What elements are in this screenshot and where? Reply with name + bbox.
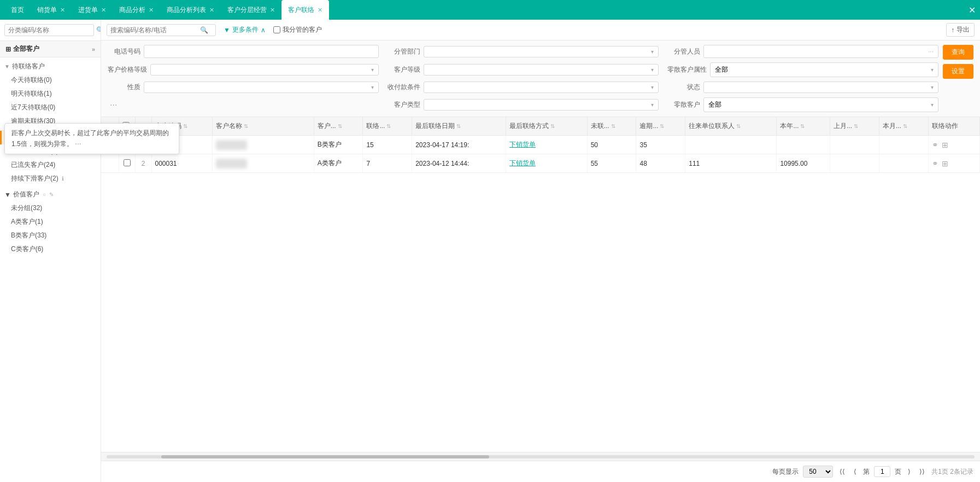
sort-icon-contact[interactable]: ⇅: [386, 123, 391, 129]
edit-pencil-icon[interactable]: ✎: [49, 191, 54, 198]
sort-icon-thisyear[interactable]: ⇅: [800, 123, 805, 129]
sidebar-item-ungroup[interactable]: 未分组(32): [0, 201, 101, 215]
row1-link-icon[interactable]: ⚭: [932, 141, 938, 149]
close-sales-tab[interactable]: ✕: [60, 0, 65, 20]
export-btn[interactable]: ↑ 导出: [946, 23, 975, 37]
status-select[interactable]: ▾: [703, 82, 938, 93]
sidebar-collapse-btn[interactable]: »: [92, 46, 95, 53]
col-contact-count[interactable]: 联络... ⇅: [363, 117, 412, 136]
my-customers-check[interactable]: [273, 26, 280, 33]
sort-icon-lastmethod[interactable]: ⇅: [550, 123, 555, 129]
table-row: 2 000031 A类客户 7 2023-04-12 14:44: 下销货单 5…: [101, 154, 980, 173]
close-customer-contact-tab[interactable]: ✕: [318, 0, 322, 20]
nav-purchase[interactable]: 进货单 ✕: [72, 0, 113, 20]
manager-input[interactable]: ···: [703, 45, 938, 58]
col-name[interactable]: 客户名称 ⇅: [212, 117, 314, 136]
sidebar-waiting-title[interactable]: ▼ 待联络客户: [0, 60, 101, 73]
row1-last-method[interactable]: 下销货单: [506, 136, 588, 154]
prev-page-btn[interactable]: ⟨: [852, 467, 859, 477]
info-icon-3[interactable]: ℹ: [62, 176, 64, 182]
sort-icon-type[interactable]: ⇅: [338, 123, 342, 129]
close-customer-segment-tab[interactable]: ✕: [270, 0, 275, 20]
row2-link-icon[interactable]: ⚭: [932, 159, 938, 168]
edit-icon[interactable]: ○: [43, 191, 46, 198]
row2-last-method[interactable]: 下销货单: [506, 154, 588, 173]
sort-icon-name[interactable]: ⇅: [244, 123, 248, 129]
scattered-attr-select[interactable]: 全部 ▾: [710, 62, 938, 77]
sidebar-item-today[interactable]: 今天待联络(0): [0, 73, 101, 87]
row1-last-method-link[interactable]: 下销货单: [509, 141, 536, 148]
price-level-select[interactable]: ▾: [150, 64, 379, 76]
sidebar-value-title[interactable]: ▼ 价值客户 ○ ✎: [0, 188, 101, 201]
nav-product-analysis[interactable]: 商品分析 ✕: [113, 0, 160, 20]
sidebar-item-7days[interactable]: 近7天待联络(0): [0, 101, 101, 114]
col-type[interactable]: 客户... ⇅: [314, 117, 363, 136]
close-product-analysis-list-tab[interactable]: ✕: [209, 0, 214, 20]
sidebar-item-class-b[interactable]: B类客户(33): [0, 229, 101, 242]
phone-input[interactable]: [144, 45, 379, 58]
sort-icon-unit[interactable]: ⇅: [736, 123, 741, 129]
scattered-attr-label: 零散客户属性: [667, 65, 707, 74]
sidebar-search-icon[interactable]: 🔍: [96, 26, 101, 34]
close-purchase-tab[interactable]: ✕: [101, 0, 106, 20]
sort-icon-lastdate[interactable]: ⇅: [456, 123, 461, 129]
sidebar-item-tomorrow[interactable]: 明天待联络(1): [0, 87, 101, 101]
filter-phone: 电话号码: [108, 45, 379, 58]
per-page-select[interactable]: 50 100: [803, 466, 833, 478]
sort-icon-code[interactable]: ⇅: [183, 123, 187, 129]
first-page-btn[interactable]: ⟨⟨: [837, 467, 847, 477]
sort-icon-uncontacted[interactable]: ⇅: [611, 123, 615, 129]
page-number-input[interactable]: [874, 466, 890, 477]
filter-icon: ▼: [224, 26, 230, 34]
row2-last-method-link[interactable]: 下销货单: [509, 159, 536, 167]
row4-dots[interactable]: ···: [108, 100, 119, 110]
scroll-thumb[interactable]: [161, 455, 489, 458]
sidebar-search-input[interactable]: [4, 24, 94, 36]
scattered-customer-select[interactable]: 全部 ▾: [703, 97, 938, 112]
col-this-month[interactable]: 本月... ⇅: [879, 117, 928, 136]
row2-grid-icon[interactable]: ⊞: [942, 159, 948, 168]
sort-icon-thismonth[interactable]: ⇅: [903, 123, 907, 129]
sidebar-item-churned[interactable]: 已流失客户(24): [0, 158, 101, 172]
nav-customer-segment[interactable]: 客户分层经营 ✕: [221, 0, 281, 20]
col-last-month[interactable]: 上月... ⇅: [830, 117, 879, 136]
sidebar-waiting-group: ▼ 待联络客户 今天待联络(0) 明天待联络(1) 近7天待联络(0) 逾期未联…: [0, 57, 101, 131]
nav-product-analysis-list[interactable]: 商品分析列表 ✕: [160, 0, 221, 20]
row2-check[interactable]: [124, 159, 131, 166]
sidebar-search-area: 🔍: [0, 20, 101, 41]
query-button[interactable]: 查询: [943, 45, 973, 60]
my-customers-checkbox[interactable]: 我分管的客户: [273, 25, 322, 34]
search-icon-main[interactable]: 🔍: [200, 26, 208, 34]
next-page-btn[interactable]: ⟩: [906, 467, 913, 477]
row1-grid-icon[interactable]: ⊞: [942, 141, 948, 149]
nav-customer-contact[interactable]: 客户联络 ✕: [281, 0, 329, 20]
nature-select[interactable]: ▾: [144, 82, 379, 93]
sort-icon-lastmonth[interactable]: ⇅: [854, 123, 858, 129]
col-last-date[interactable]: 最后联络日期 ⇅: [412, 117, 506, 136]
payment-select[interactable]: ▾: [424, 82, 659, 93]
sort-icon-overdue[interactable]: ⇅: [660, 123, 664, 129]
close-window-btn[interactable]: ✕: [969, 5, 976, 15]
nav-home[interactable]: 首页: [4, 0, 31, 20]
more-conditions-btn[interactable]: ▼ 更多条件 ∧: [220, 24, 269, 36]
top-nav: 首页 销货单 ✕ 进货单 ✕ 商品分析 ✕ 商品分析列表 ✕ 客户分层经营 ✕ …: [0, 0, 980, 20]
dept-select[interactable]: ▾: [424, 46, 659, 57]
col-overdue[interactable]: 逾期... ⇅: [636, 117, 685, 136]
customer-type-select[interactable]: ▾: [424, 99, 659, 111]
customer-level-select[interactable]: ▾: [424, 64, 659, 76]
close-product-analysis-tab[interactable]: ✕: [149, 0, 154, 20]
horizontal-scrollbar[interactable]: [101, 452, 980, 461]
main-search-input[interactable]: [110, 26, 198, 34]
nav-sales[interactable]: 销货单 ✕: [31, 0, 72, 20]
col-this-year[interactable]: 本年... ⇅: [777, 117, 830, 136]
filter-row-4: ··· 客户类型 ▾ 零散客户 全部: [108, 97, 938, 112]
settings-button[interactable]: 设置: [943, 64, 973, 79]
sidebar-item-class-c[interactable]: C类客户(6): [0, 242, 101, 256]
row1-type: B类客户: [314, 136, 363, 154]
sidebar-item-class-a[interactable]: A类客户(1): [0, 215, 101, 229]
col-last-method[interactable]: 最后联络方式 ⇅: [506, 117, 588, 136]
last-page-btn[interactable]: ⟩⟩: [917, 467, 927, 477]
sidebar-item-declining[interactable]: 持续下滑客户(2) ℹ: [0, 172, 101, 185]
col-unit-contact[interactable]: 往来单位联系人 ⇅: [685, 117, 777, 136]
col-uncontacted[interactable]: 未联... ⇅: [587, 117, 636, 136]
